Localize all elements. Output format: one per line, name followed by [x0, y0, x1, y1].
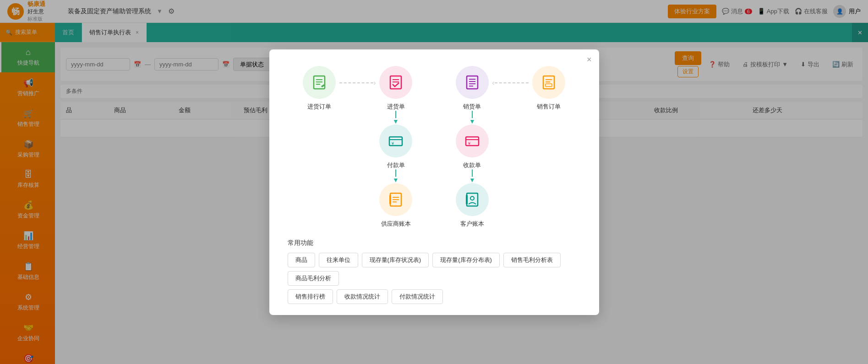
supplier-ledger-circle — [379, 183, 412, 216]
func-btn-contacts[interactable]: 往来单位 — [319, 253, 358, 267]
v-arrow-payment: ▼ — [379, 111, 412, 125]
func-btn-sales-ranking[interactable]: 销售排行榜 — [288, 289, 333, 304]
sales-invoice-node[interactable]: 销货单 — [456, 66, 489, 111]
arrow-2: ‹ — [492, 79, 529, 87]
func-btn-goods[interactable]: 商品 — [288, 253, 315, 267]
modal-overlay[interactable]: × 进货订单 › — [0, 0, 868, 364]
customer-ledger-circle — [456, 183, 489, 216]
func-btn-sales-gross[interactable]: 销售毛利分析表 — [503, 253, 561, 267]
svg-text:¥: ¥ — [468, 141, 471, 146]
supplier-ledger-node[interactable]: 供应商账本 — [379, 183, 412, 228]
receipt-node[interactable]: ¥ 收款单 — [456, 125, 489, 169]
svg-rect-28 — [466, 195, 468, 204]
func-btn-receipt-stats[interactable]: 收款情况统计 — [337, 289, 388, 304]
flow-bottom-row: 供应商账本 客户账本 — [288, 183, 581, 232]
purchase-order-circle — [303, 66, 336, 99]
arrow-1: › — [339, 79, 376, 87]
func-buttons-row1: 商品 往来单位 现存量(库存状况表) 现存量(库存分布表) 销售毛利分析表 商品… — [288, 253, 581, 286]
v-arrow-supplier: ▼ — [379, 169, 412, 183]
payment-node[interactable]: ¥ 付款单 — [379, 125, 412, 169]
flow-section: 进货订单 › 进货单 — [269, 49, 599, 239]
purchase-order-node[interactable]: 进货订单 — [303, 66, 336, 111]
purchase-receipt-circle — [379, 66, 412, 99]
flow-mid-row: ¥ 付款单 ¥ 收款单 — [288, 125, 581, 169]
common-funcs-title: 常用功能 — [288, 239, 581, 247]
func-buttons-row2: 销售排行榜 收款情况统计 付款情况统计 — [288, 289, 581, 304]
sales-order-node[interactable]: 销售订单 — [532, 66, 565, 111]
v-arrow-customer: ▼ — [456, 169, 489, 183]
svg-rect-23 — [389, 195, 391, 204]
purchase-receipt-node[interactable]: 进货单 — [379, 66, 412, 111]
common-functions-section: 常用功能 商品 往来单位 现存量(库存状况表) 现存量(库存分布表) 销售毛利分… — [269, 239, 599, 315]
svg-rect-15 — [546, 84, 552, 87]
payment-circle: ¥ — [379, 125, 412, 158]
modal-close-btn[interactable]: × — [587, 55, 592, 65]
svg-rect-7 — [467, 76, 478, 89]
flow-mid-arrows: ▼ ▼ — [288, 111, 581, 125]
receipt-circle: ¥ — [456, 125, 489, 158]
func-btn-payment-stats[interactable]: 付款情况统计 — [392, 289, 443, 304]
customer-ledger-node[interactable]: 客户账本 — [456, 183, 489, 228]
sales-order-circle — [532, 66, 565, 99]
func-btn-stock-dist[interactable]: 现存量(库存分布表) — [432, 253, 500, 267]
flow-top-row: 进货订单 › 进货单 — [288, 57, 581, 111]
flow-bottom-arrows: ▼ ▼ — [288, 169, 581, 183]
sales-invoice-circle — [456, 66, 489, 99]
flow-modal: × 进货订单 › — [269, 49, 599, 315]
func-btn-goods-gross[interactable]: 商品毛利分析 — [288, 271, 339, 286]
svg-point-29 — [470, 196, 474, 200]
func-btn-stock-status[interactable]: 现存量(库存状况表) — [362, 253, 429, 267]
svg-text:¥: ¥ — [391, 141, 394, 146]
v-arrow-receipt: ▼ — [456, 111, 489, 125]
